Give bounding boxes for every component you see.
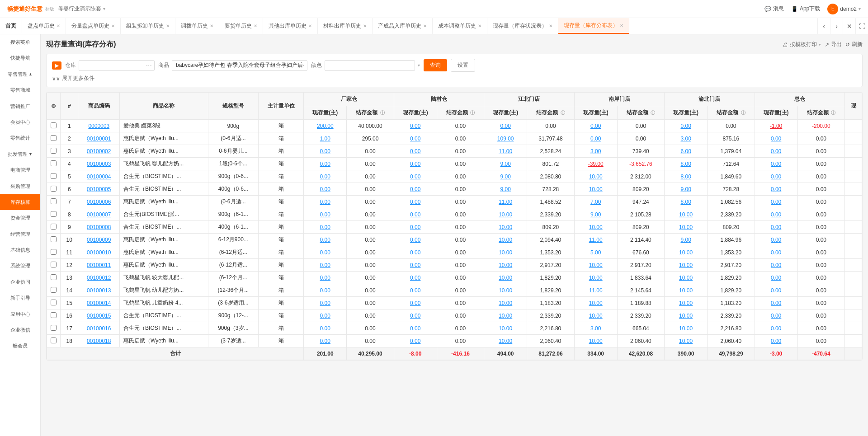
row-checkbox[interactable] [51,338,57,343]
cell-yubei-qty[interactable]: 9.00 [665,183,708,196]
close-icon[interactable]: ✕ [254,23,257,28]
close-icon[interactable]: ✕ [111,23,115,28]
sidebar-item-member[interactable]: 会员中心 [0,114,40,130]
cell-jiangbei-qty[interactable]: 9.00 [484,158,527,170]
cell-checkbox[interactable] [47,221,61,234]
sidebar-item-inventory[interactable]: 库存核算 [0,194,40,210]
close-icon[interactable]: ✕ [166,23,170,28]
cell-jiangbei-qty[interactable]: 9.00 [484,170,527,183]
nav-expand-btn[interactable]: ⛶ [855,18,868,34]
cell-total-qty[interactable]: 0.00 [755,322,797,335]
cell-factory-qty[interactable]: 0.00 [304,272,347,284]
cell-nanan-qty[interactable]: 5.00 [574,246,617,259]
cell-factory-qty[interactable]: 0.00 [304,183,347,196]
tab-stock-status[interactable]: 现存量（库存状况表） ✕ [487,18,558,34]
color-dropdown-icon[interactable]: ▾ [418,63,420,68]
cell-yubei-qty[interactable]: 10.00 [665,208,708,221]
cell-checkbox[interactable] [47,234,61,246]
row-checkbox[interactable] [51,312,57,318]
cell-factory-qty[interactable]: 0.00 [304,145,347,158]
cell-lucun-qty[interactable]: 0.00 [394,132,437,145]
tab-inventory-history[interactable]: 盘点单历史 ✕ [22,18,66,34]
cell-jiangbei-qty[interactable]: 11.00 [484,196,527,208]
close-icon[interactable]: ✕ [57,23,60,28]
cell-nanan-qty[interactable]: 10.00 [574,335,617,347]
settings-btn[interactable]: 设置 [451,59,475,72]
cell-total-qty[interactable]: 0.00 [755,284,797,297]
sidebar-item-retail-mgmt[interactable]: 零售管理 ▲ [0,66,40,82]
cell-nanan-qty[interactable]: 10.00 [574,309,617,322]
row-checkbox[interactable] [51,300,57,305]
cell-yubei-qty[interactable]: 9.00 [665,234,708,246]
cell-code[interactable]: 00100012 [78,272,120,284]
warehouse-more-icon[interactable]: ··· [146,61,152,70]
cell-code[interactable]: 0000003 [78,120,120,132]
cell-yubei-qty[interactable]: 0.00 [665,120,708,132]
cell-lucun-qty[interactable]: 0.00 [394,158,437,170]
row-checkbox[interactable] [51,173,57,179]
cell-lucun-qty[interactable]: 0.00 [394,221,437,234]
company-selector[interactable]: 母婴行业演示陈套 ▾ [58,5,105,13]
cell-total-qty[interactable]: 0.00 [755,309,797,322]
cell-code[interactable]: 00100007 [78,208,120,221]
info-icon[interactable]: ⓘ [380,110,385,115]
cell-total-qty[interactable]: 0.00 [755,132,797,145]
cell-total-qty[interactable]: 0.00 [755,158,797,170]
cell-total-qty[interactable]: 0.00 [755,335,797,347]
cell-yubei-qty[interactable]: 10.00 [665,221,708,234]
cell-nanan-qty[interactable]: 3.00 [574,322,617,335]
cell-factory-qty[interactable]: 0.00 [304,259,347,272]
cell-code[interactable]: 00100004 [78,170,120,183]
cell-lucun-qty[interactable]: 0.00 [394,234,437,246]
cell-code[interactable]: 00100002 [78,145,120,158]
cell-jiangbei-qty[interactable]: 109.00 [484,132,527,145]
row-checkbox[interactable] [51,262,57,267]
cell-checkbox[interactable] [47,208,61,221]
sidebar-item-search[interactable]: 搜索英单 [0,34,40,50]
row-checkbox[interactable] [51,274,57,280]
row-checkbox[interactable] [51,198,57,204]
cell-jiangbei-qty[interactable]: 0.00 [484,120,527,132]
cell-lucun-qty[interactable]: 0.00 [394,196,437,208]
cell-checkbox[interactable] [47,120,61,132]
cell-factory-qty[interactable]: 0.00 [304,335,347,347]
message-btn[interactable]: 💬 消息 [764,5,784,13]
cell-code[interactable]: 00100008 [78,221,120,234]
cell-yubei-qty[interactable]: 10.00 [665,335,708,347]
cell-nanan-qty[interactable]: 10.00 [574,259,617,272]
cell-lucun-qty[interactable]: 0.00 [394,297,437,309]
cell-lucun-qty[interactable]: 0.00 [394,284,437,297]
close-icon[interactable]: ✕ [423,23,427,28]
cell-checkbox[interactable] [47,183,61,196]
cell-factory-qty[interactable]: 0.00 [304,158,347,170]
row-checkbox[interactable] [51,160,57,166]
cell-lucun-qty[interactable]: 0.00 [394,208,437,221]
cell-yubei-qty[interactable]: 10.00 [665,322,708,335]
row-checkbox[interactable] [51,287,57,293]
filter-toggle-btn[interactable]: ▶ [52,61,61,70]
sidebar-item-nav[interactable]: 快捷导航 [0,50,40,66]
cell-factory-qty[interactable]: 1.00 [304,132,347,145]
sidebar-item-wholesale[interactable]: 批发管理 ▼ [0,146,40,162]
nav-close-btn[interactable]: ✕ [843,18,855,34]
cell-jiangbei-qty[interactable]: 11.00 [484,145,527,158]
sidebar-item-enterprise[interactable]: 企业协同 [0,274,40,290]
cell-code[interactable]: 00100013 [78,284,120,297]
table-scroll[interactable]: ⚙ # 商品编码 商品名称 规格型号 主计量单位 厂家仓 陆村仓 江北门店 南岸… [47,92,862,360]
sidebar-item-operations[interactable]: 经营管理 [0,226,40,242]
cell-jiangbei-qty[interactable]: 10.00 [484,297,527,309]
cell-checkbox[interactable] [47,132,61,145]
cell-total-qty[interactable]: 0.00 [755,183,797,196]
warehouse-input[interactable] [79,60,155,71]
cell-yubei-qty[interactable]: 10.00 [665,259,708,272]
cell-checkbox[interactable] [47,170,61,183]
cell-total-qty[interactable]: 0.00 [755,246,797,259]
cell-jiangbei-qty[interactable]: 10.00 [484,259,527,272]
cell-nanan-qty[interactable]: 0.00 [574,132,617,145]
cell-jiangbei-qty[interactable]: 10.00 [484,208,527,221]
cell-nanan-qty[interactable]: 3.00 [574,145,617,158]
sidebar-item-apps[interactable]: 应用中心 [0,306,40,322]
cell-jiangbei-qty[interactable]: 10.00 [484,221,527,234]
tab-assemble-history[interactable]: 组装拆卸单历史 ✕ [121,18,175,34]
cell-lucun-qty[interactable]: 0.00 [394,145,437,158]
